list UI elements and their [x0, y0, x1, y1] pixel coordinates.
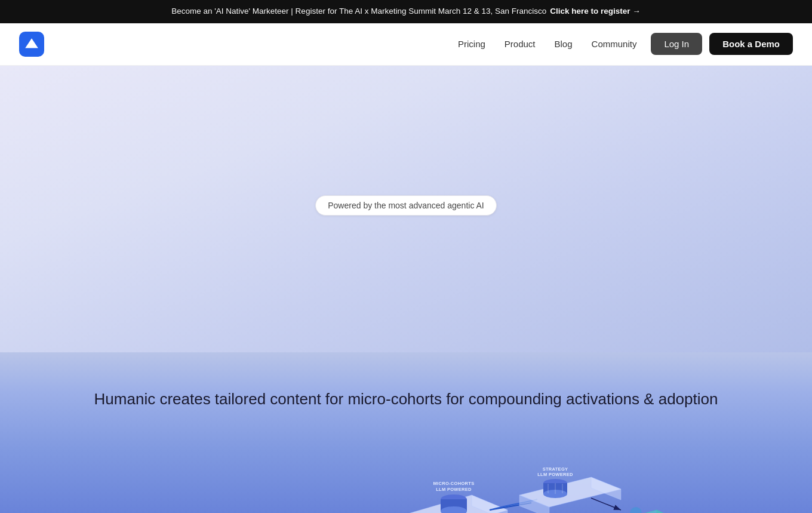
nav-pricing[interactable]: Pricing — [458, 39, 485, 49]
hero-badge: Powered by the most advanced agentic AI — [315, 195, 497, 216]
svg-text:STRATEGY: STRATEGY — [543, 466, 568, 472]
logo-icon — [24, 36, 39, 52]
right-platform: LLM POWERED STRATEGY — [519, 466, 621, 513]
tagline-text: Humanic creates tailored content for mic… — [12, 388, 800, 410]
svg-point-40 — [630, 507, 642, 513]
svg-marker-28 — [591, 477, 621, 500]
announcement-text: Become an 'AI Native' Marketeer | Regist… — [171, 6, 546, 17]
svg-text:LLM POWERED: LLM POWERED — [537, 472, 573, 477]
announcement-cta[interactable]: Click here to register → — [550, 6, 641, 17]
nav-product[interactable]: Product — [505, 39, 536, 49]
svg-text:MICRO-COHORTS: MICRO-COHORTS — [433, 481, 475, 486]
svg-marker-39 — [657, 510, 675, 513]
navbar: Pricing Product Blog Community Log In Bo… — [0, 23, 812, 66]
login-button[interactable]: Log In — [651, 33, 702, 55]
navbar-actions: Log In Book a Demo — [651, 33, 793, 55]
svg-text:LLM POWERED: LLM POWERED — [436, 487, 472, 492]
nav-community[interactable]: Community — [592, 39, 637, 49]
svg-marker-0 — [25, 38, 38, 48]
diagram-section: CRM DATA PRODUCT ANALYTICS LLM POWERED M… — [0, 450, 812, 513]
diagram-svg: CRM DATA PRODUCT ANALYTICS LLM POWERED M… — [137, 450, 675, 513]
hero-section: Powered by the most advanced agentic AI — [0, 66, 812, 352]
center-platform: LLM POWERED MICRO-COHORTS — [400, 481, 537, 513]
tagline-section: Humanic creates tailored content for mic… — [0, 352, 812, 450]
logo[interactable] — [19, 32, 44, 57]
demo-button[interactable]: Book a Demo — [709, 33, 793, 55]
nav-links: Pricing Product Blog Community — [458, 39, 636, 50]
svg-line-45 — [591, 498, 621, 510]
announcement-bar: Become an 'AI Native' Marketeer | Regist… — [0, 0, 812, 23]
human-intervention-layer: HUMAN INTERVENTION LAYER — [591, 498, 675, 513]
nav-blog[interactable]: Blog — [555, 39, 573, 49]
